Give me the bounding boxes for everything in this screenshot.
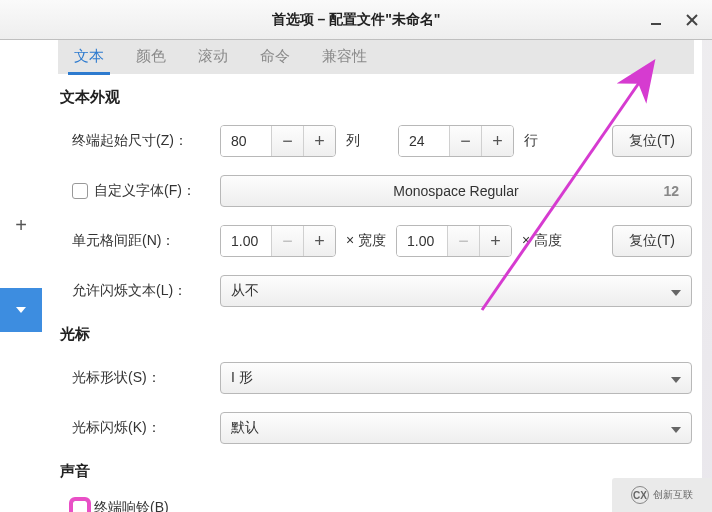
- row-bell: 终端响铃(B): [60, 499, 692, 512]
- content: 文本外观 终端起始尺寸(Z)： − + 列 − + 行 复位(T): [58, 74, 694, 512]
- label-custom-font: 自定义字体(F)：: [60, 182, 210, 200]
- custom-font-text: 自定义字体(F)：: [94, 182, 196, 200]
- label-cell-spacing: 单元格间距(N)：: [60, 232, 210, 250]
- cols-plus[interactable]: +: [303, 126, 335, 156]
- cell-h-plus[interactable]: +: [479, 226, 511, 256]
- custom-font-checkbox[interactable]: [72, 183, 88, 199]
- rows-unit: 行: [524, 132, 538, 150]
- chevron-down-icon: [671, 420, 681, 436]
- close-button[interactable]: [678, 6, 706, 34]
- watermark: CX 创新互联: [612, 478, 712, 512]
- tab-text[interactable]: 文本: [68, 40, 110, 75]
- section-sound: 声音: [60, 462, 692, 481]
- tab-compat[interactable]: 兼容性: [316, 40, 373, 75]
- watermark-text: 创新互联: [653, 488, 693, 502]
- cols-minus[interactable]: −: [271, 126, 303, 156]
- label-cursor-blink: 光标闪烁(K)：: [60, 419, 210, 437]
- window-title: 首选项 – 配置文件"未命名": [272, 11, 441, 29]
- cursor-shape-dropdown[interactable]: I 形: [220, 362, 692, 394]
- label-blink-text: 允许闪烁文本(L)：: [60, 282, 210, 300]
- label-initial-size: 终端起始尺寸(Z)：: [60, 132, 210, 150]
- font-size: 12: [663, 183, 679, 199]
- window-controls: [642, 0, 706, 39]
- blink-text-value: 从不: [231, 282, 259, 300]
- cols-spinner[interactable]: − +: [220, 125, 336, 157]
- cell-h-unit: × 高度: [522, 232, 562, 250]
- cols-input[interactable]: [221, 126, 271, 156]
- profile-dropdown-button[interactable]: [0, 288, 42, 332]
- tab-colors[interactable]: 颜色: [130, 40, 172, 75]
- watermark-logo: CX: [631, 486, 649, 504]
- reset-spacing-button[interactable]: 复位(T): [612, 225, 692, 257]
- rows-spinner[interactable]: − +: [398, 125, 514, 157]
- row-blink-text: 允许闪烁文本(L)： 从不: [60, 275, 692, 307]
- cursor-shape-value: I 形: [231, 369, 253, 387]
- titlebar: 首选项 – 配置文件"未命名": [0, 0, 712, 40]
- row-initial-size: 终端起始尺寸(Z)： − + 列 − + 行 复位(T): [60, 125, 692, 157]
- rows-minus[interactable]: −: [449, 126, 481, 156]
- chevron-down-icon: [671, 370, 681, 386]
- section-cursor: 光标: [60, 325, 692, 344]
- cell-w-minus[interactable]: −: [271, 226, 303, 256]
- label-bell: 终端响铃(B): [60, 499, 169, 512]
- cell-w-plus[interactable]: +: [303, 226, 335, 256]
- font-chooser-button[interactable]: Monospace Regular 12: [220, 175, 692, 207]
- main-panel: 文本 颜色 滚动 命令 兼容性 文本外观 终端起始尺寸(Z)： − + 列: [58, 40, 694, 512]
- cell-h-minus[interactable]: −: [447, 226, 479, 256]
- row-cell-spacing: 单元格间距(N)： − + × 宽度 − + × 高度 复位(T): [60, 225, 692, 257]
- cell-w-input[interactable]: [221, 226, 271, 256]
- add-profile-button[interactable]: +: [8, 213, 34, 237]
- row-custom-font: 自定义字体(F)： Monospace Regular 12: [60, 175, 692, 207]
- rows-input[interactable]: [399, 126, 449, 156]
- cursor-blink-dropdown[interactable]: 默认: [220, 412, 692, 444]
- svg-marker-6: [671, 427, 681, 433]
- reset-size-button[interactable]: 复位(T): [612, 125, 692, 157]
- cell-w-spinner[interactable]: − +: [220, 225, 336, 257]
- chevron-down-icon: [671, 283, 681, 299]
- minimize-button[interactable]: [642, 6, 670, 34]
- rows-plus[interactable]: +: [481, 126, 513, 156]
- blink-text-dropdown[interactable]: 从不: [220, 275, 692, 307]
- tabs-bar: 文本 颜色 滚动 命令 兼容性: [58, 40, 694, 74]
- label-cursor-shape: 光标形状(S)：: [60, 369, 210, 387]
- row-cursor-shape: 光标形状(S)： I 形: [60, 362, 692, 394]
- row-cursor-blink: 光标闪烁(K)： 默认: [60, 412, 692, 444]
- cursor-blink-value: 默认: [231, 419, 259, 437]
- cols-unit: 列: [346, 132, 360, 150]
- right-edge: [702, 40, 712, 512]
- svg-marker-4: [671, 290, 681, 296]
- section-appearance: 文本外观: [60, 88, 692, 107]
- svg-marker-5: [671, 377, 681, 383]
- font-name: Monospace Regular: [393, 183, 518, 199]
- cell-h-spinner[interactable]: − +: [396, 225, 512, 257]
- bell-text: 终端响铃(B): [94, 499, 169, 512]
- cell-h-input[interactable]: [397, 226, 447, 256]
- bell-checkbox[interactable]: [72, 500, 88, 512]
- tab-command[interactable]: 命令: [254, 40, 296, 75]
- tab-scrolling[interactable]: 滚动: [192, 40, 234, 75]
- left-gutter: +: [0, 40, 42, 512]
- cell-w-unit: × 宽度: [346, 232, 386, 250]
- svg-marker-3: [16, 307, 26, 313]
